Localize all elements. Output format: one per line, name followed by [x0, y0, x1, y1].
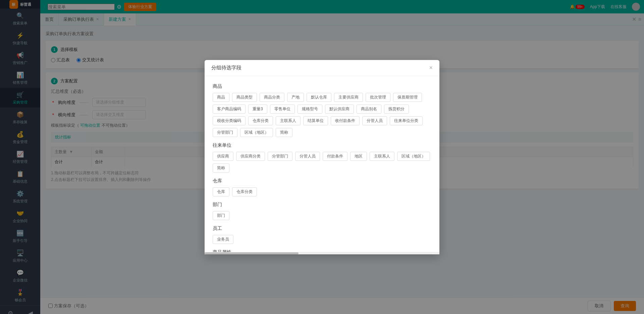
field-tag-0-22[interactable]: 分管部门	[213, 128, 237, 137]
field-group-title-3: 部门	[213, 202, 431, 208]
field-tag-0-2[interactable]: 商品分类	[260, 93, 284, 102]
field-tag-0-18[interactable]: 结算单位	[303, 116, 328, 125]
field-tag-3-0[interactable]: 部门	[213, 211, 229, 220]
field-tag-0-19[interactable]: 收付款条件	[331, 116, 360, 125]
field-tag-0-12[interactable]: 默认供应商	[325, 105, 354, 114]
field-tag-1-3[interactable]: 分管人员	[295, 152, 320, 161]
modal-close-button[interactable]: ×	[429, 65, 433, 71]
field-tag-1-5[interactable]: 地区	[350, 152, 367, 161]
field-tag-0-4[interactable]: 默认仓库	[307, 93, 331, 102]
field-tag-0-14[interactable]: 拣货积分	[384, 105, 409, 114]
modal-overlay[interactable]: 分组待选字段 × 商品商品商品类型商品分类产地默认仓库主要供应商批次管理保质期管…	[0, 0, 644, 314]
modal-body[interactable]: 商品商品商品类型商品分类产地默认仓库主要供应商批次管理保质期管理客户商品编码重量…	[205, 76, 439, 252]
field-tag-2-1[interactable]: 仓库分类	[232, 187, 257, 196]
field-tag-0-10[interactable]: 零售单位	[270, 105, 295, 114]
field-group-title-1: 往来单位	[213, 142, 431, 148]
field-tag-1-1[interactable]: 供应商分类	[236, 152, 265, 161]
field-tag-0-7[interactable]: 保质期管理	[393, 93, 422, 102]
field-select-modal: 分组待选字段 × 商品商品商品类型商品分类产地默认仓库主要供应商批次管理保质期管…	[205, 60, 439, 254]
field-tag-0-11[interactable]: 规格型号	[298, 105, 322, 114]
modal-hscroll[interactable]	[205, 252, 439, 254]
field-tags-group-4: 业务员	[213, 235, 431, 244]
field-tag-1-6[interactable]: 主联系人	[370, 152, 394, 161]
field-group-title-0: 商品	[213, 83, 431, 89]
field-tag-0-6[interactable]: 批次管理	[366, 93, 390, 102]
field-tag-1-8[interactable]: 简称	[213, 164, 229, 173]
field-tag-1-7[interactable]: 区域（地区）	[397, 152, 430, 161]
field-tag-0-15[interactable]: 税收分类编码	[213, 116, 246, 125]
field-tag-0-1[interactable]: 商品类型	[232, 93, 257, 102]
field-tag-1-0[interactable]: 供应商	[213, 152, 233, 161]
field-group-title-5: 商品属性	[213, 249, 431, 252]
field-tags-group-1: 供应商供应商分类分管部门分管人员付款条件地区主联系人区域（地区）简称	[213, 152, 431, 173]
field-tag-0-17[interactable]: 主联系人	[276, 116, 301, 125]
field-tags-group-2: 仓库仓库分类	[213, 187, 431, 196]
field-tag-0-16[interactable]: 仓库分类	[248, 116, 273, 125]
field-tag-0-3[interactable]: 产地	[287, 93, 304, 102]
field-tag-0-0[interactable]: 商品	[213, 93, 229, 102]
field-tag-1-4[interactable]: 付款条件	[323, 152, 347, 161]
field-tag-4-0[interactable]: 业务员	[213, 235, 233, 244]
modal-title: 分组待选字段	[211, 65, 241, 71]
field-tags-group-3: 部门	[213, 211, 431, 220]
field-tag-0-24[interactable]: 简称	[276, 128, 292, 137]
field-tag-0-23[interactable]: 区域（地区）	[240, 128, 273, 137]
field-tag-0-5[interactable]: 主要供应商	[334, 93, 363, 102]
field-tag-0-8[interactable]: 客户商品编码	[213, 105, 246, 114]
field-tag-2-0[interactable]: 仓库	[213, 187, 229, 196]
field-group-title-4: 员工	[213, 226, 431, 232]
field-tag-0-21[interactable]: 往来单位分类	[390, 116, 423, 125]
field-tag-0-9[interactable]: 重量3	[248, 105, 267, 114]
field-group-title-2: 仓库	[213, 178, 431, 184]
field-tags-group-0: 商品商品类型商品分类产地默认仓库主要供应商批次管理保质期管理客户商品编码重量3零…	[213, 93, 431, 137]
field-tag-0-13[interactable]: 商品别名	[357, 105, 381, 114]
field-tag-1-2[interactable]: 分管部门	[268, 152, 292, 161]
field-tag-0-20[interactable]: 分管人员	[362, 116, 387, 125]
modal-header: 分组待选字段 ×	[205, 60, 439, 76]
